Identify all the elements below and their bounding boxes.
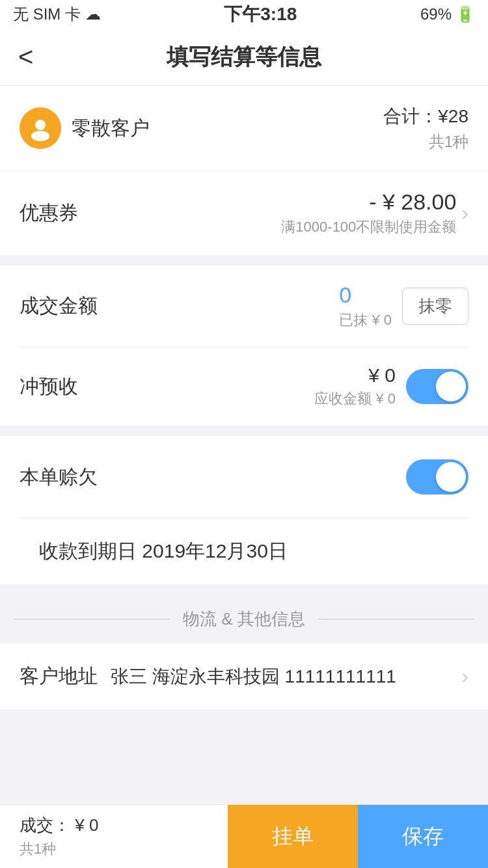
logistics-line-left <box>13 619 170 619</box>
chevron-right-icon: › <box>461 201 468 225</box>
page-title: 填写结算等信息 <box>167 42 321 72</box>
transaction-amount-value: 0 <box>339 282 392 308</box>
coupon-desc: 满1000-100不限制使用金额 <box>281 217 456 237</box>
transaction-amount-row: 成交金额 0 已抹 ¥ 0 抹零 <box>20 265 468 347</box>
transaction-amount-right: 0 已抹 ¥ 0 抹零 <box>339 282 468 330</box>
transaction-amount-label: 成交金额 <box>20 293 98 319</box>
bottom-transaction: 成交： ¥ 0 <box>20 814 208 837</box>
save-button[interactable]: 保存 <box>358 805 488 868</box>
due-date-label: 收款到期日 <box>39 540 137 562</box>
customer-left: 零散客户 <box>20 107 150 149</box>
status-time: 下午3:18 <box>224 2 297 27</box>
already-zero-text: 已抹 ¥ 0 <box>339 310 392 330</box>
logistics-divider: 物流 & 其他信息 <box>0 595 488 644</box>
coupon-label: 优惠券 <box>20 200 78 226</box>
debt-row: 本单赊欠 <box>20 436 468 518</box>
prepay-right-area: ¥ 0 应收金额 ¥ 0 <box>314 364 468 409</box>
amount-section: 成交金额 0 已抹 ¥ 0 抹零 冲预收 ¥ 0 应收金额 ¥ 0 <box>0 265 488 426</box>
bottom-transaction-label: 成交： <box>20 815 70 835</box>
customer-row: 零散客户 合计：¥28 共1种 <box>0 86 488 170</box>
customer-right: 合计：¥28 共1种 <box>383 104 468 152</box>
battery-icon: 🔋 <box>455 5 475 23</box>
avatar <box>20 107 61 149</box>
debt-toggle[interactable] <box>406 459 468 495</box>
prepay-row: 冲预收 ¥ 0 应收金额 ¥ 0 <box>20 347 468 426</box>
battery-text: 69% <box>420 5 452 23</box>
customer-name: 零散客户 <box>72 115 150 142</box>
debt-toggle-knob <box>436 462 466 492</box>
logistics-text: 物流 & 其他信息 <box>183 608 305 631</box>
hold-button[interactable]: 挂单 <box>228 805 358 868</box>
prepay-note: 应收金额 ¥ 0 <box>314 389 396 409</box>
address-value: 张三 海淀永丰科技园 11111111111 <box>111 664 461 689</box>
debt-label: 本单赊欠 <box>20 464 98 491</box>
customer-count: 共1种 <box>383 131 468 152</box>
due-date-row: 收款到期日 2019年12月30日 <box>20 518 468 584</box>
svg-point-1 <box>31 131 49 141</box>
bottom-info: 成交： ¥ 0 共1种 <box>0 805 228 868</box>
prepay-toggle[interactable] <box>406 369 468 404</box>
address-section: 客户地址 张三 海淀永丰科技园 11111111111 › <box>0 644 488 709</box>
customer-section: 零散客户 合计：¥28 共1种 优惠券 - ¥ 28.00 满1000-100不… <box>0 86 488 255</box>
customer-total: 合计：¥28 <box>383 104 468 129</box>
back-button[interactable]: < <box>18 42 33 72</box>
nav-bar: < 填写结算等信息 <box>0 29 488 86</box>
bottom-count: 共1种 <box>20 839 208 859</box>
bottom-bar: 成交： ¥ 0 共1种 挂单 保存 <box>0 804 488 868</box>
prepay-label: 冲预收 <box>20 373 78 400</box>
address-label: 客户地址 <box>20 663 98 690</box>
svg-point-0 <box>35 120 46 130</box>
logistics-line-right <box>318 619 475 619</box>
prepay-amount: ¥ 0 <box>314 364 396 387</box>
address-row[interactable]: 客户地址 张三 海淀永丰科技园 11111111111 › <box>0 644 488 709</box>
status-left: 无 SIM 卡 ☁ <box>13 4 101 25</box>
bottom-transaction-value: ¥ 0 <box>75 815 98 835</box>
coupon-right: - ¥ 28.00 满1000-100不限制使用金额 › <box>281 189 468 237</box>
due-date-value: 2019年12月30日 <box>142 540 287 562</box>
address-chevron-icon: › <box>461 664 468 688</box>
round-zero-button[interactable]: 抹零 <box>402 288 468 325</box>
status-right: 69% 🔋 <box>420 5 475 23</box>
prepay-info: ¥ 0 应收金额 ¥ 0 <box>314 364 396 409</box>
toggle-knob <box>436 372 466 401</box>
coupon-right-inner: - ¥ 28.00 满1000-100不限制使用金额 <box>281 189 456 237</box>
status-bar: 无 SIM 卡 ☁ 下午3:18 69% 🔋 <box>0 0 488 29</box>
transaction-amount-info: 0 已抹 ¥ 0 <box>339 282 392 330</box>
coupon-discount: - ¥ 28.00 <box>281 189 456 215</box>
signal-text: 无 SIM 卡 ☁ <box>13 4 101 25</box>
debt-section: 本单赊欠 收款到期日 2019年12月30日 <box>0 436 488 584</box>
coupon-row[interactable]: 优惠券 - ¥ 28.00 满1000-100不限制使用金额 › <box>0 170 488 255</box>
